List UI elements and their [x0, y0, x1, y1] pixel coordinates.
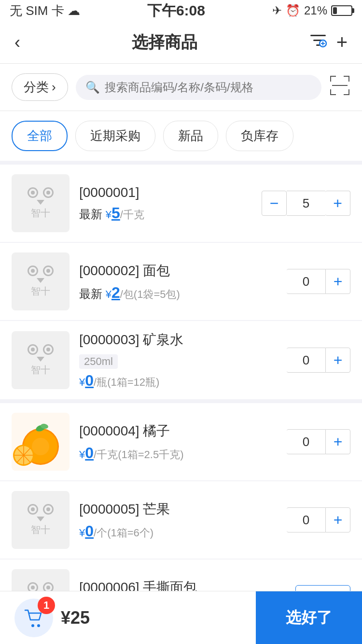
product-info: [0000003] 矿泉水 250ml ¥0/瓶(1箱=12瓶)	[79, 331, 277, 390]
scan-icon[interactable]	[329, 75, 350, 100]
qty-control: +	[287, 429, 350, 454]
status-left: 无 SIM 卡 ☁	[10, 2, 80, 19]
cart-icon-wrap[interactable]: 1	[14, 599, 53, 637]
qty-increase-button[interactable]: +	[325, 429, 350, 454]
cart-badge: 1	[38, 597, 55, 614]
sim-label: 无 SIM 卡 ☁	[10, 2, 80, 19]
add-button[interactable]: +	[336, 31, 348, 53]
qty-input[interactable]	[287, 348, 325, 373]
placeholder-image: 智十	[12, 252, 70, 310]
tab-bar: 全部 近期采购 新品 负库存	[0, 111, 362, 165]
qty-input[interactable]	[287, 507, 325, 532]
currency-symbol: ¥	[106, 209, 111, 221]
tab-all[interactable]: 全部	[12, 121, 68, 151]
svg-point-26	[31, 624, 34, 627]
product-name: [0000002] 面包	[79, 262, 277, 280]
placeholder-image: 智十	[12, 331, 70, 389]
qty-input[interactable]	[287, 191, 325, 216]
status-time: 下午6:08	[147, 1, 205, 21]
alarm-icon: ⏰	[286, 4, 300, 17]
product-item: 智十 [0000002] 面包 最新 ¥2/包(1袋=5包) +	[0, 243, 362, 320]
product-name: [0000001]	[79, 185, 252, 200]
cart-total: ¥25	[61, 608, 90, 628]
tab-recent[interactable]: 近期采购	[75, 121, 155, 151]
product-price: 最新 ¥5/千克	[79, 204, 252, 222]
cart-area: 1 ¥25	[0, 599, 256, 637]
qty-increase-button[interactable]: +	[325, 269, 350, 294]
product-price: ¥0/千克(1箱=2.5千克)	[79, 444, 277, 462]
product-name: [0000005] 芒果	[79, 500, 277, 518]
orange-image	[12, 413, 70, 471]
category-label: 分类	[24, 79, 49, 96]
bottom-bar: 1 ¥25 选好了	[0, 591, 362, 644]
price-amount: 5	[111, 204, 120, 222]
product-info: [0000002] 面包 最新 ¥2/包(1袋=5包)	[79, 262, 277, 302]
qty-control: +	[287, 348, 350, 373]
product-thumbnail	[12, 413, 70, 471]
category-button[interactable]: 分类 ›	[12, 73, 68, 101]
placeholder-image: 智十	[12, 491, 70, 549]
search-bar: 🔍	[76, 75, 321, 100]
battery-icon	[331, 5, 352, 16]
svg-rect-0	[310, 35, 326, 36]
status-bar: 无 SIM 卡 ☁ 下午6:08 ✈ ⏰ 21%	[0, 0, 362, 21]
product-item: 智十 [0000003] 矿泉水 250ml ¥0/瓶(1箱=12瓶) +	[0, 321, 362, 399]
battery-percent: 21%	[304, 4, 327, 17]
qty-decrease-button[interactable]: −	[262, 191, 287, 216]
product-item: 智十 [0000005] 芒果 ¥0/个(1箱=6个) +	[0, 481, 362, 559]
product-thumbnail: 智十	[12, 331, 70, 389]
svg-rect-11	[330, 89, 331, 95]
tab-negative[interactable]: 负库存	[226, 121, 293, 151]
product-price: 最新 ¥2/包(1袋=5包)	[79, 284, 277, 302]
product-info: [0000001] 最新 ¥5/千克	[79, 185, 252, 222]
svg-rect-14	[332, 85, 348, 86]
svg-rect-9	[348, 76, 349, 82]
product-thumbnail: 智十	[12, 252, 70, 310]
product-item: [0000004] 橘子 ¥0/千克(1箱=2.5千克) +	[0, 403, 362, 480]
filter-button[interactable]	[309, 33, 327, 52]
placeholder-image: 智十	[12, 174, 70, 232]
tab-new[interactable]: 新品	[163, 121, 218, 151]
qty-increase-button[interactable]: +	[325, 191, 350, 216]
product-name: [0000004] 橘子	[79, 422, 277, 440]
qty-control: +	[287, 507, 350, 532]
confirm-button[interactable]: 选好了	[256, 591, 362, 644]
svg-rect-7	[330, 76, 331, 82]
status-right: ✈ ⏰ 21%	[272, 4, 352, 17]
qty-input[interactable]	[287, 429, 325, 454]
svg-point-17	[32, 438, 49, 455]
search-icon: 🔍	[85, 81, 100, 94]
product-spec: 250ml	[79, 354, 118, 369]
nav-bar: ‹ 选择商品 +	[0, 21, 362, 64]
qty-input[interactable]	[287, 269, 325, 294]
qty-increase-button[interactable]: +	[325, 507, 350, 532]
qty-control: − +	[262, 191, 350, 216]
nav-actions: +	[309, 31, 348, 53]
page-title: 选择商品	[132, 31, 197, 54]
product-thumbnail: 智十	[12, 491, 70, 549]
product-list: 智十 [0000001] 最新 ¥5/千克 − + 智十 [0000002] 面…	[0, 165, 362, 644]
product-item: 智十 [0000001] 最新 ¥5/千克 − +	[0, 165, 362, 242]
product-info: [0000005] 芒果 ¥0/个(1箱=6个)	[79, 500, 277, 540]
search-input[interactable]	[105, 81, 312, 94]
product-info: [0000004] 橘子 ¥0/千克(1箱=2.5千克)	[79, 422, 277, 462]
svg-point-27	[37, 624, 40, 627]
back-button[interactable]: ‹	[14, 32, 20, 53]
qty-increase-button[interactable]: +	[325, 348, 350, 373]
price-prefix: 最新	[79, 208, 106, 221]
product-price: ¥0/瓶(1箱=12瓶)	[79, 372, 277, 390]
qty-control: +	[287, 269, 350, 294]
category-arrow: ›	[52, 80, 56, 95]
price-unit: /千克	[120, 209, 144, 221]
product-name: [0000003] 矿泉水	[79, 331, 277, 349]
filter-bar: 分类 › 🔍	[0, 64, 362, 111]
svg-rect-13	[348, 89, 349, 95]
product-thumbnail: 智十	[12, 174, 70, 232]
location-icon: ✈	[272, 4, 282, 17]
product-price: ¥0/个(1箱=6个)	[79, 522, 277, 540]
